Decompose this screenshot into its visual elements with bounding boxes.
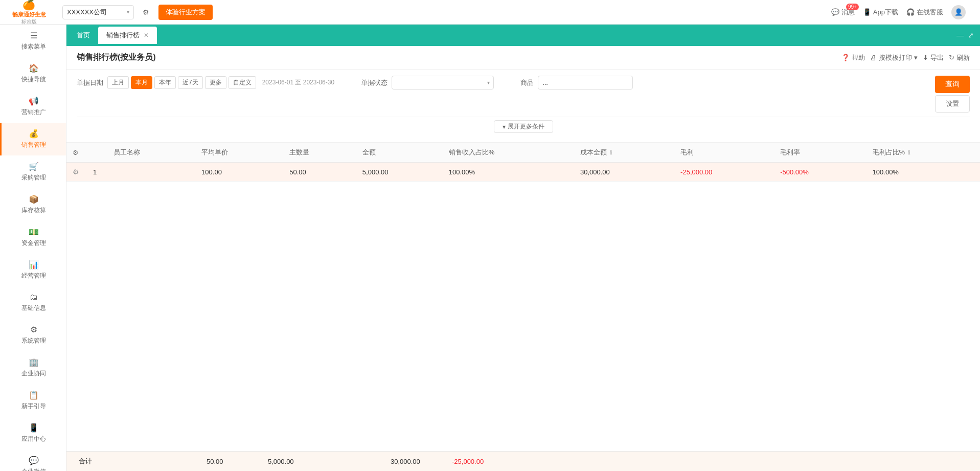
app-download-button[interactable]: 📱 App下载 <box>863 8 898 17</box>
refresh-button[interactable]: ↻ 刷新 <box>949 53 970 62</box>
sidebar-label-inventory: 库存核算 <box>21 206 46 215</box>
building-icon: 🏢 <box>29 357 39 367</box>
col-cost: 成本全额 ℹ <box>574 143 674 163</box>
avatar[interactable]: 👤 <box>951 5 966 19</box>
money-icon: 💵 <box>29 227 39 237</box>
guide-icon: 📋 <box>29 390 39 400</box>
sidebar-item-system[interactable]: ⚙ 系统管理 <box>0 319 66 351</box>
col-gross-pct: 毛利占比% ℹ <box>867 143 980 163</box>
cost-info-icon[interactable]: ℹ <box>610 149 612 156</box>
refresh-icon: ↻ <box>949 54 954 61</box>
page-header: 销售排行榜(按业务员) ❓ 帮助 🖨 按模板打印 ▾ ⬇ <box>66 46 980 70</box>
date-filter-label: 单据日期 <box>77 78 103 87</box>
goods-input[interactable] <box>538 76 633 89</box>
export-icon: ⬇ <box>923 54 928 61</box>
sidebar-label-guide: 新手引导 <box>21 402 46 411</box>
footer-quantity: 50.00 <box>200 458 262 465</box>
date-btn-7days[interactable]: 近7天 <box>178 76 203 89</box>
col-rank <box>87 143 107 163</box>
tab-sales-ranking[interactable]: 销售排行榜 ✕ <box>98 27 157 44</box>
sidebar-item-operations[interactable]: 📊 经营管理 <box>0 254 66 286</box>
expand-icon: ▾ <box>503 123 506 130</box>
date-btn-current-month[interactable]: 本月 <box>131 76 152 89</box>
sidebar-item-enterprise[interactable]: 🏢 企业协同 <box>0 351 66 384</box>
cell-name <box>107 163 195 182</box>
tab-label-sales-ranking: 销售排行榜 <box>106 31 140 40</box>
sidebar-item-apps[interactable]: 📱 应用中心 <box>0 417 66 450</box>
tab-home[interactable]: 首页 <box>69 27 98 44</box>
sidebar-label-system: 系统管理 <box>21 337 46 345</box>
megaphone-icon: 📢 <box>29 96 39 106</box>
export-button[interactable]: ⬇ 导出 <box>923 53 944 62</box>
col-amount: 全额 <box>356 143 443 163</box>
footer-amount: 5,000.00 <box>262 458 323 465</box>
date-btn-custom[interactable]: 自定义 <box>229 76 256 89</box>
column-settings-button[interactable]: 设置 <box>935 95 970 113</box>
table-area: ⚙ 员工名称 平均单价 主数量 全额 销售收入占比% 成本全额 ℹ <box>66 143 980 451</box>
sidebar-item-quicknav[interactable]: 🏠 快捷导航 <box>0 57 66 90</box>
help-button[interactable]: ❓ 帮助 <box>841 53 865 62</box>
cell-gross: -25,000.00 <box>674 163 774 182</box>
apps-icon: 📱 <box>29 423 39 433</box>
online-support-button[interactable]: 🎧 在线客服 <box>906 8 943 17</box>
expand-filter-button[interactable]: ▾ 展开更多条件 <box>494 120 553 133</box>
status-select[interactable] <box>392 76 494 89</box>
cell-quantity: 50.00 <box>283 163 356 182</box>
cell-sales-pct: 100.00% <box>443 163 574 182</box>
tab-maximize-button[interactable]: ⤢ <box>968 31 974 39</box>
download-icon: 📱 <box>863 8 871 16</box>
tab-minimize-button[interactable]: — <box>956 31 964 39</box>
sidebar-item-basic[interactable]: 🗂 基础信息 <box>0 286 66 319</box>
footer-gross: -25,000.00 <box>446 458 507 465</box>
message-button[interactable]: 💬 消息 99+ <box>831 8 855 17</box>
date-btn-prev-month[interactable]: 上月 <box>107 76 129 89</box>
cell-amount: 5,000.00 <box>356 163 443 182</box>
col-settings[interactable]: ⚙ <box>66 143 87 163</box>
col-name: 员工名称 <box>107 143 195 163</box>
chevron-down-icon: ▾ <box>127 9 129 15</box>
user-icon: 👤 <box>954 8 963 16</box>
sidebar-item-guide[interactable]: 📋 新手引导 <box>0 384 66 417</box>
message-badge: 99+ <box>846 4 859 10</box>
date-btn-more[interactable]: 更多 <box>205 76 226 89</box>
sidebar-label-apps: 应用中心 <box>21 435 46 443</box>
sidebar-item-finance[interactable]: 💵 资金管理 <box>0 221 66 254</box>
sidebar-item-search[interactable]: ☰ 搜索菜单 <box>0 25 66 57</box>
sidebar-item-purchase[interactable]: 🛒 采购管理 <box>0 155 66 188</box>
table-row: ⚙ 1 100.00 50.00 5,000.00 100.00% 30,000… <box>66 163 980 182</box>
search-icon: ☰ <box>30 31 37 40</box>
date-btn-group: 上月 本月 本年 近7天 更多 自定义 <box>107 76 256 89</box>
company-selector[interactable]: XXXXXX公司 ▾ <box>62 5 134 19</box>
settings-icon[interactable]: ⚙ <box>138 5 153 20</box>
date-btn-current-year[interactable]: 本年 <box>154 76 176 89</box>
col-quantity: 主数量 <box>283 143 356 163</box>
logo-text: 畅康通好生意 <box>12 11 46 18</box>
status-filter-label: 单据状态 <box>361 78 388 87</box>
sidebar-label-wechat: 企业微信 <box>21 467 46 471</box>
gross-pct-info-icon[interactable]: ℹ <box>908 149 910 156</box>
cell-settings[interactable]: ⚙ <box>66 163 87 182</box>
print-button[interactable]: 🖨 按模板打印 ▾ <box>870 53 918 62</box>
sidebar-label-sales: 销售管理 <box>21 141 46 149</box>
trial-button[interactable]: 体验行业方案 <box>158 5 213 20</box>
sidebar-label-basic: 基础信息 <box>21 304 46 312</box>
sidebar-item-marketing[interactable]: 📢 营销推广 <box>0 90 66 123</box>
home-icon: 🏠 <box>29 63 39 73</box>
query-button[interactable]: 查询 <box>935 76 970 93</box>
sidebar-label-quicknav: 快捷导航 <box>21 75 46 84</box>
cell-cost: 30,000.00 <box>574 163 674 182</box>
sidebar-item-wechat[interactable]: 💬 企业微信 <box>0 450 66 471</box>
filter-area: 单据日期 上月 本月 本年 近7天 更多 自定义 <box>66 70 980 143</box>
sidebar-label-operations: 经营管理 <box>21 272 46 280</box>
sidebar-item-sales[interactable]: 💰 销售管理 <box>0 123 66 155</box>
tab-close-icon[interactable]: ✕ <box>144 32 149 39</box>
sales-table: ⚙ 员工名称 平均单价 主数量 全额 销售收入占比% 成本全额 ℹ <box>66 143 980 182</box>
sidebar-item-inventory[interactable]: 📦 库存核算 <box>0 188 66 221</box>
gear-icon: ⚙ <box>30 325 37 334</box>
sales-icon: 💰 <box>29 129 39 139</box>
chart-icon: 📊 <box>29 260 39 270</box>
folder-icon: 🗂 <box>30 293 38 302</box>
cart-icon: 🛒 <box>29 162 39 171</box>
headset-icon: 🎧 <box>906 8 915 16</box>
cell-gross-rate: -500.00% <box>774 163 866 182</box>
